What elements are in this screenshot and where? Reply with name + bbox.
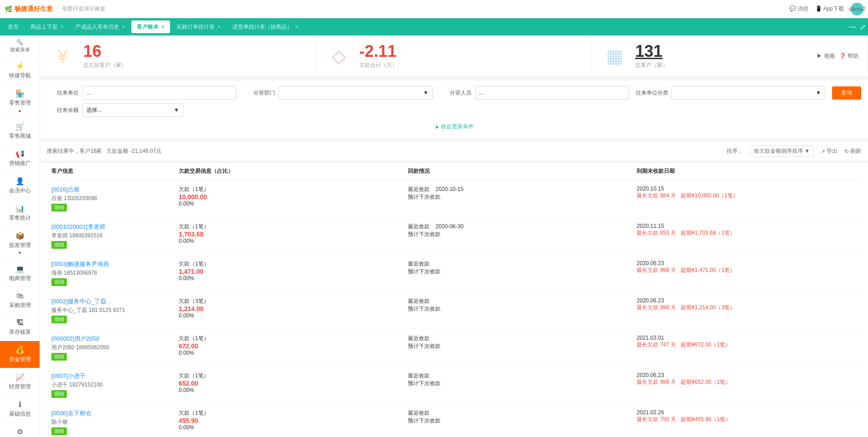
sidebar-item-operations[interactable]: 📈 经营管理 — [0, 368, 40, 396]
dept-select[interactable]: ▼ — [279, 86, 433, 100]
from-unit-dots: ... — [86, 90, 91, 96]
filter-row-1: 往来单位 ... 分管部门 ▼ 分管人员 ... — [47, 86, 861, 100]
sidebar-item-system[interactable]: ⚙ 系统管理 — [0, 423, 40, 437]
overdue-amount-0[interactable]: 超期¥10,000.00（1笔） — [681, 192, 738, 199]
tab-purchase-close[interactable]: × — [217, 24, 221, 30]
customer-name-4[interactable]: [000002]用户2050 — [51, 335, 170, 343]
tab-minimize[interactable]: — — [849, 23, 856, 31]
sidebar-item-marketing[interactable]: 📢 营销推广 — [0, 145, 40, 172]
debt-count-1: 欠款（1笔） — [179, 223, 399, 231]
table-container: 客户信息 欠款交易信息（占比） 回款情况 到期未收款日期 [0016]吕俊 吕俊… — [40, 163, 868, 437]
tab-products[interactable]: 商品上下架 × — [25, 20, 69, 33]
help-btn[interactable]: ❓ 帮助 — [839, 52, 858, 60]
table-row: [0007]小进干 小进干 18279152100 现销 欠款（1笔） 652.… — [47, 367, 861, 404]
overdue-days-5: 最长欠款 998 天 — [637, 379, 679, 385]
customer-name-2[interactable]: [0003]畅捷服务尹海燕 — [51, 260, 170, 268]
sidebar-item-quick-nav[interactable]: ⚡ 快捷导航 — [0, 57, 40, 85]
message-btn[interactable]: 💬 消息 — [789, 5, 808, 13]
table-row: [0002]服务中心_丁磊 服务中心_丁磊 181 0125 8371 现销 欠… — [47, 292, 861, 329]
next-payment-1: 预计下次收款 — [408, 231, 628, 238]
overdue-amount-6[interactable]: 超期¥455.90（1笔） — [681, 416, 731, 422]
app-download-btn[interactable]: 📱 App下载 — [815, 5, 844, 13]
customer-name-6[interactable]: [0006]去下粮仓 — [51, 409, 170, 417]
stat-overdue-customers: ¥ 16 总欠款客户（家） — [40, 35, 316, 76]
tab-inventory-close[interactable]: × — [122, 24, 125, 30]
overdue-amount-4[interactable]: 超期¥672.00（1笔） — [681, 342, 731, 348]
sidebar-item-member-label: 会员中心 — [9, 187, 31, 195]
sidebar-item-retail-manage[interactable]: 🏪 零售管理 ▲ — [0, 85, 40, 118]
debt-ratio-0: 0.00% — [179, 201, 399, 207]
sidebar-item-retail-store[interactable]: 🛒 零售商城 — [0, 118, 40, 145]
sidebar-item-purchase-label: 采购管理 — [9, 301, 31, 309]
sidebar-item-ecommerce[interactable]: 💻 电商管理 — [0, 260, 40, 287]
sidebar-search-label: 搜索菜单 — [4, 46, 36, 53]
tab-inventory[interactable]: 产成品入库单历史 × — [70, 20, 130, 33]
overdue-info-2: 最长欠款 998 天 超期¥1,471.00（1笔） — [637, 266, 857, 274]
balance-select[interactable]: 选择... ▼ — [82, 103, 183, 117]
sidebar-item-basic-label: 基础信息 — [9, 410, 31, 418]
sidebar-item-retail-stats[interactable]: 📊 零售统计 — [0, 200, 40, 227]
table-header: 客户信息 欠款交易信息（占比） 回款情况 到期未收款日期 — [47, 163, 861, 180]
customer-name-0[interactable]: [0016]吕俊 — [51, 186, 170, 194]
tab-inbound-close[interactable]: × — [295, 24, 298, 30]
due-cell-1: 2020.11.15 最长欠款 853 天 超期¥1,703.68（1笔） — [632, 223, 861, 249]
overdue-amount-1[interactable]: 超期¥1,703.68（1笔） — [681, 230, 735, 236]
customer-name-3[interactable]: [0002]服务中心_丁磊 — [51, 297, 170, 306]
overdue-amount-3[interactable]: 超期¥1,214.00（3笔） — [681, 304, 735, 311]
result-bar-right: 排序： 按欠款金额倒序排序 ▼ ↗ 导出 ↻ 刷新 — [727, 146, 861, 157]
sidebar-item-marketing-label: 营销推广 — [9, 160, 31, 167]
tab-home[interactable]: 首页 — [2, 20, 24, 33]
tab-account[interactable]: 客户账本 × — [131, 20, 170, 33]
tab-inbound[interactable]: 进货单统计表（按商品） × — [227, 20, 304, 33]
customer-name-1[interactable]: [0001020001]李老师 — [51, 223, 170, 231]
quick-nav-icon: ⚡ — [15, 62, 25, 70]
finance-icon: 💰 — [15, 346, 25, 354]
filter-balance: 往来余额 选择... ▼ — [47, 103, 183, 117]
sidebar-item-basic[interactable]: ℹ 基础信息 — [0, 396, 40, 423]
sidebar-search[interactable]: 🔍 搜索菜单 — [0, 35, 40, 57]
sidebar-item-inventory[interactable]: 🏗 库存核算 — [0, 314, 40, 341]
stat-customers-label: 总欠款客户（家） — [83, 61, 127, 69]
sort-select[interactable]: 按欠款金额倒序排序 ▼ — [750, 146, 814, 157]
debt-amount-0: 10,000.00 — [179, 193, 399, 201]
unit-type-select[interactable]: ▼ — [671, 86, 825, 100]
due-date-4: 2021.03.01 — [637, 335, 857, 341]
query-button[interactable]: 查询 — [832, 86, 861, 100]
refresh-btn[interactable]: ↻ 刷新 — [844, 147, 861, 155]
from-unit-input[interactable]: ... — [82, 86, 236, 100]
tab-products-close[interactable]: × — [60, 24, 64, 30]
video-btn[interactable]: ▶ 视频 — [817, 52, 834, 60]
next-payment-0: 预计下次收款 — [408, 193, 628, 201]
tab-purchase[interactable]: 采购订单统计表 × — [171, 20, 226, 33]
sidebar-item-operations-label: 经营管理 — [9, 383, 31, 391]
sidebar-item-member[interactable]: 👤 会员中心 — [0, 172, 40, 200]
sidebar-item-finance[interactable]: 💰 资金管理 — [0, 341, 40, 368]
due-date-2: 2020.06.23 — [637, 260, 857, 266]
debt-amount-5: 652.00 — [179, 380, 399, 387]
retail-manage-icon: 🏪 — [15, 89, 25, 98]
overdue-info-4: 最长欠款 747 天 超期¥672.00（1笔） — [637, 341, 857, 349]
tab-account-label: 客户账本 — [137, 23, 159, 31]
sidebar-item-retail-manage-label: 零售管理 — [9, 99, 31, 107]
tab-maximize[interactable]: ⤢ — [860, 23, 866, 31]
last-payment-5: 最近收款 — [408, 372, 628, 380]
table-row: [0001020001]李老师 李老师 18600391516 现销 欠款（1笔… — [47, 217, 861, 255]
due-cell-2: 2020.06.23 最长欠款 998 天 超期¥1,471.00（1笔） — [632, 260, 861, 286]
debt-amount-6: 455.90 — [179, 417, 399, 424]
overdue-amount-2[interactable]: 超期¥1,471.00（1笔） — [681, 267, 735, 273]
customer-badge-3: 现销 — [51, 316, 67, 323]
overdue-amount-5[interactable]: 超期¥652.00（1笔） — [681, 379, 731, 385]
customer-name-5[interactable]: [0007]小进干 — [51, 372, 170, 380]
export-btn[interactable]: ↗ 导出 — [821, 147, 838, 155]
customer-phone-5: 小进干 18279152100 — [51, 381, 170, 389]
sidebar-item-wholesale[interactable]: 📦 批发管理 ▼ — [0, 227, 40, 260]
table-row: [0016]吕俊 吕俊 13026203696 现销 欠款（1笔） 10,000… — [47, 180, 861, 217]
sidebar-item-purchase[interactable]: 🛍 采购管理 — [0, 287, 40, 314]
customer-cell-4: [000002]用户2050 用户2050 18665062050 现销 — [47, 335, 174, 361]
collapse-filter-btn[interactable]: ▲ 收起更多条件 — [47, 121, 861, 133]
overdue-days-4: 最长欠款 747 天 — [637, 342, 679, 348]
debt-cell-2: 欠款（1笔） 1,471.00 0.00% — [174, 260, 403, 286]
tab-account-close[interactable]: × — [161, 24, 165, 30]
manager-input[interactable]: ... — [475, 86, 629, 100]
avatar[interactable]: demo2 — [851, 3, 863, 15]
